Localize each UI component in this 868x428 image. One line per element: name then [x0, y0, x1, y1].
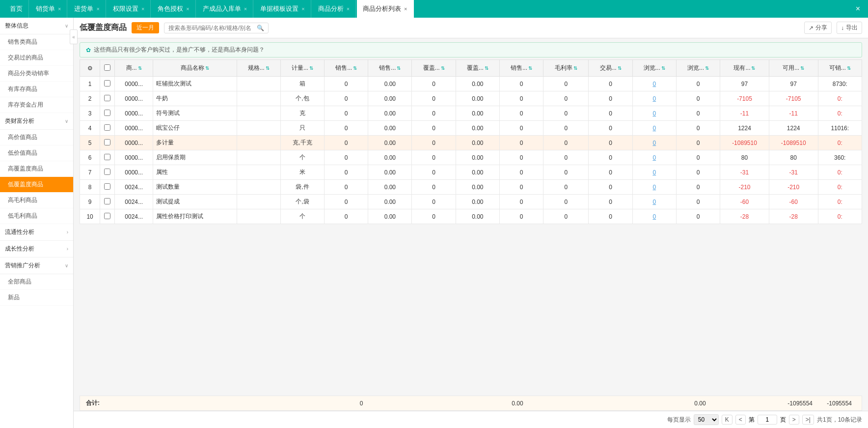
nav-close-icon[interactable]: ×	[244, 6, 247, 12]
row-select-checkbox[interactable]	[104, 169, 110, 175]
row-select-checkbox[interactable]	[104, 124, 110, 131]
table-footer: 合计: 0 0.00 0.00 -1095554 -1095554	[80, 396, 862, 411]
row-select-checkbox[interactable]	[104, 198, 110, 204]
sidebar-section-growth[interactable]: 成长性分析 ›	[0, 241, 73, 257]
sidebar-item-all-goods[interactable]: 全部商品	[0, 274, 73, 290]
next-page-button[interactable]: >	[789, 415, 799, 425]
row-browse-a[interactable]: 0	[632, 195, 676, 209]
search-input[interactable]	[168, 25, 257, 31]
row-browse-a[interactable]: 0	[632, 150, 676, 165]
sort-icon: ⇅	[751, 65, 755, 71]
nav-close-icon[interactable]: ×	[301, 6, 304, 12]
page-size-select[interactable]: 50 10 20 100	[694, 414, 719, 425]
export-button[interactable]: ↓ 导出	[837, 22, 862, 34]
row-browse-a[interactable]: 0	[632, 91, 676, 106]
col-sales-amt[interactable]: 销售...⇅	[368, 60, 412, 77]
period-button[interactable]: 近一月	[132, 22, 159, 33]
nav-permission-settings[interactable]: 权限设置 ×	[107, 0, 151, 18]
sidebar-section-marketing[interactable]: 营销推广分析 ∨	[0, 257, 73, 274]
row-select-checkbox[interactable]	[104, 183, 110, 190]
nav-role-auth[interactable]: 角色授权 ×	[152, 0, 195, 18]
col-sales-c[interactable]: 销售...⇅	[499, 60, 543, 77]
sidebar-item-traded-goods[interactable]: 交易过的商品	[0, 50, 73, 66]
row-select-checkbox[interactable]	[104, 154, 110, 160]
col-available[interactable]: 可用...⇅	[769, 60, 818, 77]
sidebar-item-high-value[interactable]: 高价值商品	[0, 130, 73, 145]
col-cover-a[interactable]: 覆盖...⇅	[412, 60, 456, 77]
sidebar-item-high-margin[interactable]: 高毛利商品	[0, 193, 73, 208]
row-browse-a[interactable]: 0	[632, 106, 676, 121]
row-num: 1	[80, 77, 100, 91]
sidebar-item-stock-capital[interactable]: 库存资金占用	[0, 97, 73, 113]
sidebar-item-new-goods[interactable]: 新品	[0, 290, 73, 306]
col-name[interactable]: 商品名称⇅	[153, 60, 237, 77]
row-unit: 袋,件	[280, 180, 324, 195]
row-sellable: 0:	[818, 209, 862, 224]
nav-production-order[interactable]: 产成品入库单 ×	[197, 0, 253, 18]
row-name: 启用保质期	[153, 150, 237, 165]
page-number-input[interactable]	[758, 415, 777, 425]
nav-close-icon[interactable]: ×	[404, 6, 407, 12]
col-settings[interactable]: ⚙	[80, 60, 100, 77]
last-page-button[interactable]: >|	[802, 415, 814, 425]
nav-close-icon[interactable]: ×	[141, 6, 144, 12]
sidebar-section-circulation[interactable]: 流通性分析 ›	[0, 224, 73, 241]
row-trade: 0	[589, 165, 632, 180]
sidebar-section-wealth[interactable]: 类财富分析 ∨	[0, 113, 73, 130]
sidebar-item-low-value[interactable]: 低价值商品	[0, 145, 73, 161]
col-spec[interactable]: 规格...⇅	[237, 60, 280, 77]
sort-icon: ⇅	[266, 65, 270, 71]
col-unit[interactable]: 计量...⇅	[280, 60, 324, 77]
row-select-checkbox[interactable]	[104, 80, 110, 86]
nav-close-icon[interactable]: ×	[347, 6, 350, 12]
row-select-checkbox[interactable]	[104, 139, 110, 145]
row-browse-a[interactable]: 0	[632, 209, 676, 224]
nav-product-analysis-list[interactable]: 商品分析列表 ×	[357, 0, 413, 18]
sidebar-item-low-margin[interactable]: 低毛利商品	[0, 208, 73, 224]
row-select-checkbox[interactable]	[104, 95, 110, 101]
nav-purchase-order[interactable]: 进货单 ×	[68, 0, 106, 18]
sidebar-collapse-button[interactable]: «	[70, 29, 78, 44]
nav-close-icon[interactable]: ×	[96, 6, 99, 12]
col-trade[interactable]: 交易...⇅	[589, 60, 632, 77]
row-browse-a[interactable]: 0	[632, 121, 676, 136]
nav-close-icon[interactable]: ×	[58, 6, 61, 12]
col-code[interactable]: 商...⇅	[115, 60, 153, 77]
search-icon[interactable]: 🔍	[257, 25, 264, 31]
col-cover-b[interactable]: 覆盖...⇅	[456, 60, 499, 77]
nav-product-analysis[interactable]: 商品分析 ×	[312, 0, 356, 18]
prev-page-button[interactable]: <	[735, 415, 746, 425]
nav-sales-order[interactable]: 销货单 ×	[30, 0, 67, 18]
row-unit: 个	[280, 150, 324, 165]
col-gross-rate[interactable]: 毛利率⇅	[543, 60, 589, 77]
col-browse-a[interactable]: 浏览...⇅	[632, 60, 676, 77]
sidebar-item-low-coverage[interactable]: 低覆盖度商品	[0, 177, 73, 193]
nav-home[interactable]: 首页	[4, 0, 29, 18]
col-browse-b[interactable]: 浏览...⇅	[676, 60, 720, 77]
sidebar-item-high-coverage[interactable]: 高覆盖度商品	[0, 161, 73, 177]
row-browse-b: 0	[676, 195, 720, 209]
row-select-checkbox[interactable]	[104, 213, 110, 219]
row-select-checkbox[interactable]	[104, 110, 110, 116]
row-browse-a[interactable]: 0	[632, 180, 676, 195]
window-close-button[interactable]: ×	[852, 4, 864, 13]
sort-icon: ⇅	[205, 65, 209, 71]
select-all-checkbox[interactable]	[104, 64, 110, 71]
col-sellable[interactable]: 可销...⇅	[818, 60, 862, 77]
first-page-button[interactable]: K	[722, 415, 732, 425]
nav-template-settings[interactable]: 单据模板设置 ×	[254, 0, 311, 18]
share-button[interactable]: ↗ 分享	[804, 22, 832, 34]
nav-close-icon[interactable]: ×	[186, 6, 189, 12]
sidebar-item-sales-goods[interactable]: 销售类商品	[0, 34, 73, 50]
row-checkbox	[100, 91, 115, 106]
sidebar-section-overall[interactable]: 整体信息 ∨	[0, 18, 73, 34]
col-sales-qty[interactable]: 销售...⇅	[325, 60, 368, 77]
sidebar-item-in-stock[interactable]: 有库存商品	[0, 82, 73, 97]
row-browse-b: 0	[676, 180, 720, 195]
row-browse-a[interactable]: 0	[632, 77, 676, 91]
row-browse-a[interactable]: 0	[632, 165, 676, 180]
row-unit: 个	[280, 209, 324, 224]
sidebar-item-category-sales-rate[interactable]: 商品分类动销率	[0, 66, 73, 82]
row-browse-a[interactable]: 0	[632, 136, 676, 150]
col-current[interactable]: 现有...⇅	[720, 60, 769, 77]
